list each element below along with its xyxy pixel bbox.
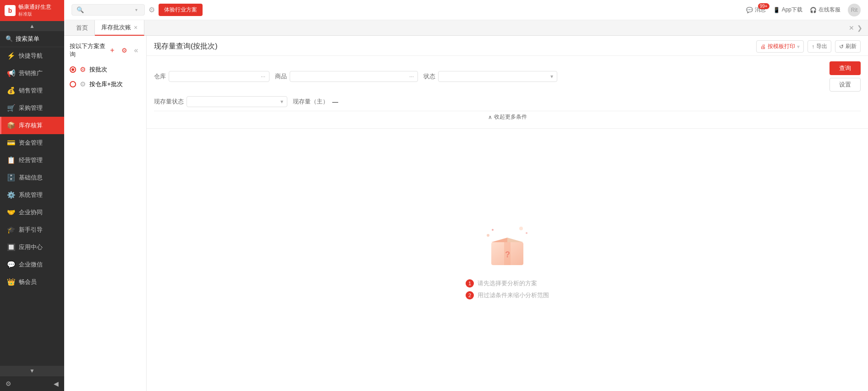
sidebar-item-label: 采购管理 <box>19 104 43 112</box>
sidebar-item-member[interactable]: 👑 畅会员 <box>0 273 64 291</box>
add-scheme-btn[interactable]: + <box>108 46 117 55</box>
left-panel-title: 按以下方案查询 <box>70 42 108 59</box>
status-select[interactable]: ▾ <box>438 71 557 82</box>
collapse-more-icon: ∧ <box>488 114 492 120</box>
scroll-up-btn[interactable]: ▲ <box>0 21 64 31</box>
hint-item-1: 1 请先选择要分析的方案 <box>466 279 549 288</box>
sidebar-item-appstore[interactable]: 🔲 应用中心 <box>0 239 64 256</box>
wechat-icon: 💬 <box>7 261 15 269</box>
refresh-icon: ↺ <box>839 43 844 50</box>
status-filter: 状态 ▾ <box>423 71 557 82</box>
tab-inventory-batch[interactable]: 库存批次账 × <box>95 20 144 36</box>
main-area: 🔍 ▾ ⚙ 体验行业方案 💬 消息 99+ 📱 App下载 🎧 在线客服 <box>64 0 868 391</box>
appstore-icon: 🔲 <box>7 243 15 251</box>
scroll-down-btn[interactable]: ▼ <box>0 366 64 376</box>
sidebar-item-label: 应用中心 <box>19 243 43 251</box>
refresh-btn-label: 刷新 <box>846 43 857 50</box>
sidebar-item-inventory[interactable]: 📦 库存核算 <box>0 117 64 134</box>
collapse-more-btn[interactable]: ∧ 收起更多条件 <box>154 111 861 123</box>
sidebar-item-purchase[interactable]: 🛒 采购管理 <box>0 99 64 117</box>
search-bar[interactable]: 🔍 ▾ <box>71 4 145 16</box>
phone-icon: 📱 <box>773 7 780 13</box>
sidebar-item-sales[interactable]: 💰 销售管理 <box>0 82 64 99</box>
gear-icon[interactable]: ⚙ <box>148 5 155 14</box>
sidebar-item-finance[interactable]: 💳 资金管理 <box>0 134 64 152</box>
version-label: 标准版 <box>18 11 51 17</box>
page-header-actions: 🖨 按模板打印 ▾ ↑ 导出 ↺ 刷新 <box>756 40 861 53</box>
qty-range: — <box>332 98 338 105</box>
scheme-by-batch[interactable]: ⚙ 按批次 <box>64 62 146 77</box>
print-arrow-icon[interactable]: ▾ <box>797 43 800 50</box>
export-icon: ↑ <box>812 43 814 50</box>
warehouse-label: 仓库 <box>154 72 166 81</box>
user-avatar[interactable]: Rit <box>848 4 861 16</box>
finance-icon: 💳 <box>7 139 15 147</box>
refresh-btn[interactable]: ↺ 刷新 <box>835 40 861 53</box>
enterprise-icon: 🤝 <box>7 208 15 217</box>
sidebar-item-operations[interactable]: 📋 经营管理 <box>0 152 64 169</box>
svg-point-5 <box>519 227 523 230</box>
filter-settings-btn[interactable]: 设置 <box>830 78 861 92</box>
sidebar-item-marketing[interactable]: 📢 营销推广 <box>0 65 64 82</box>
close-tab-icon[interactable]: × <box>134 24 137 31</box>
user-avatar-text: Rit <box>851 7 858 13</box>
sidebar-item-label: 资金管理 <box>19 139 43 147</box>
tab-home[interactable]: 首页 <box>70 20 95 36</box>
tabs-actions: ✕ ❯ <box>849 24 863 32</box>
brand-name: 畅康通好生意 <box>18 4 51 11</box>
sidebar-item-newbie[interactable]: 🎓 新手引导 <box>0 221 64 239</box>
qty-dash: — <box>332 98 338 105</box>
sidebar-item-system[interactable]: ⚙️ 系统管理 <box>0 186 64 204</box>
experience-btn[interactable]: 体验行业方案 <box>159 4 203 16</box>
inventory-status-label: 现存量状态 <box>154 98 184 106</box>
system-icon: ⚙️ <box>7 191 15 199</box>
warehouse-filter: 仓库 ··· <box>154 71 269 82</box>
scheme-icon: ⚙ <box>80 65 86 74</box>
basic-icon: 🗄️ <box>7 174 15 182</box>
search-menu-label: 搜索菜单 <box>16 35 39 43</box>
search-input[interactable] <box>87 7 132 13</box>
warehouse-input[interactable]: ··· <box>169 71 269 82</box>
sidebar-item-wechat[interactable]: 💬 企业微信 <box>0 256 64 273</box>
product-more-icon: ··· <box>409 73 414 80</box>
tab-home-label: 首页 <box>76 24 88 32</box>
app-download-btn[interactable]: 📱 App下载 <box>773 6 802 14</box>
sidebar-item-basic[interactable]: 🗄️ 基础信息 <box>0 169 64 186</box>
filter-bar: 仓库 ··· 商品 ··· <box>147 56 868 129</box>
hint-item-2: 2 用过滤条件来缩小分析范围 <box>466 291 549 299</box>
online-service-btn[interactable]: 🎧 在线客服 <box>810 6 841 14</box>
inventory-status-select[interactable]: ▾ <box>187 96 287 107</box>
search-menu-btn[interactable]: 🔍 搜索菜单 <box>0 31 64 47</box>
sidebar-item-quick-nav[interactable]: ⚡ 快捷导航 <box>0 47 64 65</box>
print-btn[interactable]: 🖨 按模板打印 ▾ <box>756 40 804 53</box>
scheme-by-warehouse-batch[interactable]: ⚙ 按仓库+批次 <box>64 77 146 92</box>
qty-filter: 现存量（主） — <box>293 98 338 106</box>
left-panel: 按以下方案查询 + ⚙ « ⚙ 按批次 ⚙ 按仓库+批次 <box>64 36 147 391</box>
messages-btn[interactable]: 💬 消息 99+ <box>746 6 766 14</box>
export-btn-label: 导出 <box>816 43 827 50</box>
close-all-icon[interactable]: ✕ <box>849 24 854 32</box>
status-select-arrow: ▾ <box>550 73 553 80</box>
svg-point-4 <box>526 232 527 234</box>
messages-badge: 99+ <box>758 3 769 9</box>
export-btn[interactable]: ↑ 导出 <box>808 40 831 53</box>
sidebar-item-label: 系统管理 <box>19 191 43 199</box>
scheme-settings-btn[interactable]: ⚙ <box>120 46 129 55</box>
sidebar-item-label: 库存核算 <box>19 121 43 130</box>
inventory-status-filter: 现存量状态 ▾ <box>154 96 287 107</box>
warehouse-more-icon: ··· <box>261 73 265 80</box>
print-icon: 🖨 <box>760 43 766 50</box>
collapse-panel-btn[interactable]: « <box>132 46 141 55</box>
sidebar-item-label: 畅会员 <box>19 278 37 286</box>
quick-nav-icon: ⚡ <box>7 52 15 60</box>
more-tabs-icon[interactable]: ❯ <box>857 24 863 32</box>
sidebar-item-enterprise[interactable]: 🤝 企业协同 <box>0 204 64 221</box>
search-bar-icon: 🔍 <box>77 6 84 13</box>
settings-btn[interactable]: ⚙ <box>5 380 11 387</box>
product-input[interactable]: ··· <box>290 71 418 82</box>
svg-point-6 <box>492 229 494 231</box>
collapse-sidebar-btn[interactable]: ◀ <box>54 380 59 387</box>
hint2-text: 用过滤条件来缩小分析范围 <box>478 291 549 299</box>
status-label: 状态 <box>423 72 435 81</box>
query-btn[interactable]: 查询 <box>830 61 861 75</box>
